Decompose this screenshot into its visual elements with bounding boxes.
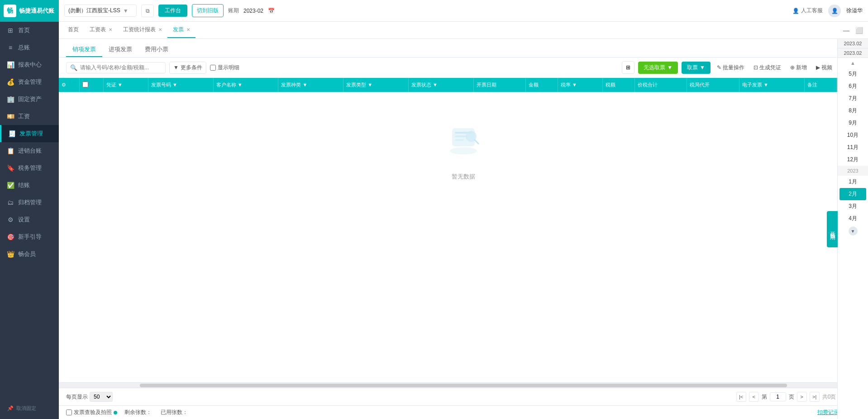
sidebar-item-tax[interactable]: 🔖 税务管理 [0, 159, 59, 177]
workspace-button[interactable]: 工作台 [158, 5, 187, 17]
page-suffix: 页 [789, 393, 794, 401]
invoice-table: ⚙ 凭证 ▼ 发票号码 ▼ 客户名称 ▼ 发票种类 ▼ 发票类型 ▼ 发票状态 … [59, 78, 868, 92]
tab-salary-sheet[interactable]: 工资表 ✕ [84, 22, 118, 38]
batch-ops-button[interactable]: ✎ 批量操作 [714, 62, 747, 73]
col-open-date[interactable]: 开票日期 [473, 78, 525, 92]
next-page-button[interactable]: > [797, 392, 807, 402]
new-icon: ⊕ [790, 64, 795, 71]
unpin-button[interactable]: 📌 取消固定 [5, 402, 54, 414]
date-panel-month-11[interactable]: 11月 [838, 141, 868, 154]
support-label: 人工客服 [801, 7, 823, 14]
company-selector[interactable]: (勿删）江西股宝-LSS ▼ [64, 5, 137, 17]
col-voucher[interactable]: 凭证 ▼ [103, 78, 148, 92]
page-size-select[interactable]: 每页显示 50 20 100 [66, 392, 113, 402]
sidebar-item-reports[interactable]: 📊 报表中心 [0, 56, 59, 73]
video-button[interactable]: ▶ 视频 [813, 62, 835, 73]
tab-maximize-button[interactable]: ⬜ [854, 25, 864, 36]
date-panel-2023-month-4[interactable]: 4月 [838, 212, 868, 225]
tab-minimize-button[interactable]: — [841, 25, 852, 36]
col-invoice-category[interactable]: 发票类型 ▼ [343, 78, 409, 92]
take-ticket-button[interactable]: 取票 ▼ [682, 62, 711, 74]
sidebar-item-assets[interactable]: 🏢 固定资产 [0, 91, 59, 108]
date-panel-month-8[interactable]: 8月 [838, 105, 868, 117]
tab-salary-stats[interactable]: 工资统计报表 ✕ [118, 22, 167, 38]
col-customer[interactable]: 客户名称 ▼ [213, 78, 278, 92]
tab-invoice[interactable]: 发票 ✕ [167, 22, 196, 38]
svg-point-0 [450, 147, 477, 154]
date-panel-month-10[interactable]: 10月 [838, 129, 868, 141]
first-page-button[interactable]: |< [736, 392, 746, 402]
verify-checkbox[interactable] [66, 409, 72, 415]
copy-button[interactable]: ⧉ [141, 5, 154, 17]
col-tax-code[interactable]: 税局代开 [687, 78, 739, 92]
subtab-purchase-invoice[interactable]: 进项发票 [102, 43, 138, 57]
col-invoice-status[interactable]: 发票状态 ▼ [408, 78, 473, 92]
sidebar-item-funds[interactable]: 💰 资金管理 [0, 73, 59, 91]
gen-voucher-button[interactable]: ⊡ 生成凭证 [751, 62, 784, 73]
show-detail-checkbox[interactable]: 显示明细 [210, 64, 239, 72]
sidebar-item-label: 进销台账 [18, 147, 42, 155]
date-panel-month-5[interactable]: 5月 [838, 68, 868, 80]
sidebar-item-salary[interactable]: 💴 工资 [0, 108, 59, 125]
page-size-dropdown[interactable]: 50 20 100 [90, 392, 113, 402]
date-panel-scroll-down[interactable]: ▼ [849, 226, 858, 236]
date-panel-month-6[interactable]: 6月 [838, 80, 868, 92]
sidebar-item-close[interactable]: ✅ 结账 [0, 177, 59, 194]
open-date-panel-button[interactable]: 开账日期 [827, 211, 838, 247]
subtab-expense-receipt[interactable]: 费用小票 [138, 43, 175, 57]
deduction-records-link[interactable]: 扣费记录 [817, 409, 839, 416]
col-invoice-no[interactable]: 发票号码 ▼ [148, 78, 213, 92]
last-page-button[interactable]: >| [810, 392, 820, 402]
date-panel-month-7[interactable]: 7月 [838, 92, 868, 105]
prev-page-button[interactable]: < [749, 392, 759, 402]
calendar-icon[interactable]: 📅 [268, 8, 275, 14]
page-input[interactable] [770, 392, 786, 401]
tab-salary-stats-close-icon[interactable]: ✕ [158, 27, 162, 32]
date-panel-2023-month-1[interactable]: 1月 [838, 176, 868, 188]
sidebar-item-invoice[interactable]: 🧾 发票管理 [0, 125, 59, 142]
sidebar-item-member[interactable]: 👑 畅会员 [0, 246, 59, 263]
archive-icon: 🗂 [6, 199, 14, 206]
sidebar-item-label: 总账 [18, 43, 30, 52]
search-box[interactable]: 🔍 [66, 62, 166, 73]
sidebar-item-label: 工资 [18, 112, 30, 120]
tab-salary-close-icon[interactable]: ✕ [109, 27, 112, 32]
sidebar-item-guide[interactable]: 🎯 新手引导 [0, 228, 59, 246]
grid-view-button[interactable]: ⊞ [622, 61, 634, 74]
date-panel-month-9[interactable]: 9月 [838, 117, 868, 129]
tab-home[interactable]: 首页 [62, 22, 84, 38]
col-settings[interactable]: ⚙ [59, 78, 80, 92]
search-input[interactable] [80, 64, 162, 71]
support-button[interactable]: 👤 人工客服 [792, 7, 823, 14]
col-checkbox[interactable] [80, 78, 104, 92]
tab-invoice-close-icon[interactable]: ✕ [186, 27, 190, 32]
date-panel-scroll-up[interactable]: ▲ [838, 58, 868, 68]
col-tax-rate[interactable]: 税率 ▼ [558, 78, 602, 92]
col-tax-total[interactable]: 价税合计 [634, 78, 687, 92]
scrollbar-horizontal[interactable] [59, 382, 868, 388]
col-invoice-type[interactable]: 发票种类 ▼ [278, 78, 343, 92]
date-panel-year-2023: 2023 [838, 166, 868, 176]
sidebar-item-ledger[interactable]: ≡ 总账 [0, 39, 59, 56]
col-tax[interactable]: 税额 [603, 78, 635, 92]
col-remark[interactable]: 备注 [804, 78, 836, 92]
sidebar-item-home[interactable]: ⊞ 首页 [0, 22, 59, 39]
select-all-checkbox[interactable] [82, 82, 88, 87]
col-amount[interactable]: 金额 [526, 78, 558, 92]
funds-icon: 💰 [6, 78, 14, 86]
new-button[interactable]: ⊕ 新增 [787, 62, 810, 73]
user-name[interactable]: 徐溢华 [846, 7, 863, 14]
switch-version-button[interactable]: 切到旧版 [192, 4, 224, 17]
content-area: 销项发票 进项发票 费用小票 🔍 ▼ 更多条件 显示明细 [59, 39, 868, 419]
sidebar-item-sales[interactable]: 📋 进销台账 [0, 142, 59, 159]
subtab-sales-invoice[interactable]: 销项发票 [66, 43, 102, 57]
date-panel-month-12[interactable]: 12月 [838, 154, 868, 166]
sidebar-item-archive[interactable]: 🗂 归档管理 [0, 194, 59, 211]
sidebar-item-settings[interactable]: ⚙ 设置 [0, 211, 59, 228]
date-panel-2023-month-2[interactable]: 2月 [839, 188, 866, 200]
col-e-invoice[interactable]: 电子发票 ▼ [739, 78, 804, 92]
no-selection-button[interactable]: 无选取票 ▼ [638, 62, 678, 74]
more-conditions-button[interactable]: ▼ 更多条件 [169, 62, 206, 74]
show-detail-input[interactable] [210, 65, 216, 71]
date-panel-2023-month-3[interactable]: 3月 [838, 200, 868, 212]
